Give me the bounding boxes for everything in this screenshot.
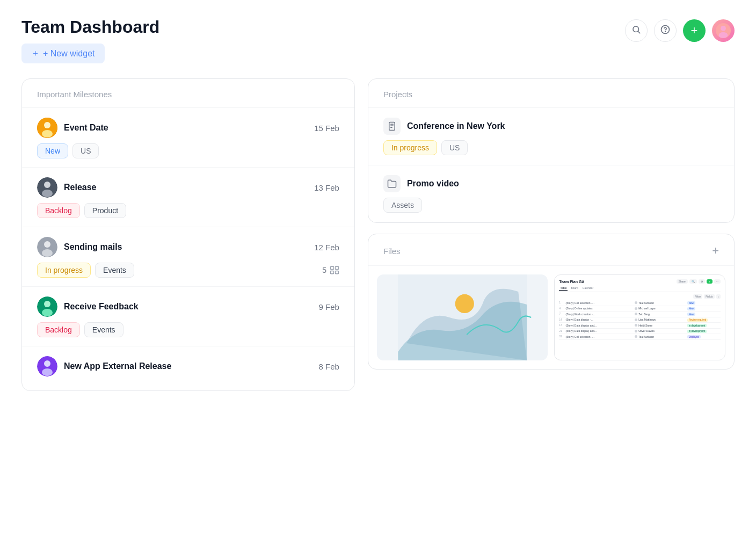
milestone-row-5: New App External Release 8 Feb xyxy=(22,346,354,390)
tag-us-p1: US xyxy=(441,140,468,155)
svg-point-5 xyxy=(721,26,726,31)
project-tags-2: Assets xyxy=(383,198,719,213)
search-icon xyxy=(631,25,641,37)
milestone-date-5: 8 Feb xyxy=(319,362,339,371)
svg-point-14 xyxy=(44,241,50,248)
milestone-avatar-4 xyxy=(37,296,57,317)
files-add-button[interactable]: + xyxy=(712,245,719,257)
milestone-avatar-1 xyxy=(37,118,57,138)
fields-btn: Fields xyxy=(704,294,714,299)
milestone-name-3: Sending mails xyxy=(64,242,122,252)
milestone-name-2: Release xyxy=(64,183,97,192)
subtask-number: 5 xyxy=(322,266,326,274)
search-action: 🔍 xyxy=(689,279,697,284)
project-top-2: Promo video xyxy=(383,175,719,192)
mini-filter-row: Filter Fields ↕ xyxy=(559,294,721,299)
milestone-tags-4: Backlog Events xyxy=(37,322,339,337)
milestone-row: Event Date 15 Feb New US xyxy=(22,108,354,168)
more-action: ··· xyxy=(714,279,721,284)
new-widget-label: + New widget xyxy=(43,49,95,59)
tag-events-3: Events xyxy=(95,263,134,278)
mini-table-row: 1 (Story) Cell selection -... Tea Karlss… xyxy=(559,300,721,306)
add-icon: + xyxy=(691,24,698,38)
svg-rect-19 xyxy=(335,271,338,274)
milestones-card: Important Milestones Event Date 15 Feb N… xyxy=(21,78,355,391)
mini-actions: Share 🔍 ⚙ + ··· xyxy=(677,279,721,284)
mini-table-row: 4 (Story) Online updates Michael Logan N… xyxy=(559,306,721,312)
tag-product-2: Product xyxy=(84,203,126,218)
svg-point-22 xyxy=(42,309,53,316)
milestone-date-2: 13 Feb xyxy=(314,183,339,192)
tag-inprogress-p1: In progress xyxy=(383,140,437,155)
svg-point-25 xyxy=(42,368,53,376)
mini-tab-calendar: Calendar xyxy=(581,286,594,291)
file-thumb-art[interactable] xyxy=(377,274,548,360)
plus-icon: ＋ xyxy=(31,48,40,59)
tag-backlog-4: Backlog xyxy=(37,322,80,337)
files-grid: Team Plan GA Share 🔍 ⚙ + ··· Table Board… xyxy=(368,266,734,369)
milestone-avatar-3 xyxy=(37,237,57,257)
help-button[interactable] xyxy=(654,19,677,42)
tag-us: US xyxy=(72,143,99,158)
milestone-top-4: Receive Feedback 9 Feb xyxy=(37,296,339,317)
milestone-tags-3: In progress Events xyxy=(37,263,134,278)
milestone-avatar-5 xyxy=(37,356,57,377)
search-button[interactable] xyxy=(625,19,648,42)
mini-tab-table: Table xyxy=(559,286,568,291)
files-header: Files + xyxy=(368,234,734,266)
svg-rect-17 xyxy=(335,266,338,269)
tag-inprogress-3: In progress xyxy=(37,263,91,278)
svg-point-6 xyxy=(719,32,728,38)
milestone-date-4: 9 Feb xyxy=(319,302,339,312)
svg-point-9 xyxy=(42,130,53,138)
svg-point-15 xyxy=(42,249,53,257)
project-top-1: Conference in New York xyxy=(383,118,719,135)
svg-point-31 xyxy=(455,294,474,313)
svg-point-8 xyxy=(44,122,50,128)
milestones-header: Important Milestones xyxy=(22,79,354,108)
file-thumb-table[interactable]: Team Plan GA Share 🔍 ⚙ + ··· Table Board… xyxy=(554,274,725,360)
mini-tab-board: Board xyxy=(570,286,579,291)
milestone-row-2: Release 13 Feb Backlog Product xyxy=(22,168,354,227)
filter-btn: Filter xyxy=(693,294,702,299)
milestone-left-4: Receive Feedback xyxy=(37,296,139,317)
header-right: + xyxy=(625,19,735,42)
mini-table: 1 (Story) Cell selection -... Tea Karlss… xyxy=(559,300,721,340)
milestone-name-1: Event Date xyxy=(64,123,108,133)
tag-new: New xyxy=(37,143,68,158)
milestone-left-2: Release xyxy=(37,177,97,198)
milestone-top-5: New App External Release 8 Feb xyxy=(37,356,339,377)
add-button[interactable]: + xyxy=(683,19,706,42)
help-icon xyxy=(660,25,670,37)
mini-table-row: 17 (Story) Data display and... Heidi Sto… xyxy=(559,323,721,329)
new-widget-button[interactable]: ＋ + New widget xyxy=(21,44,105,63)
project-tags-1: In progress US xyxy=(383,140,719,155)
projects-card: Projects Conference in New York In progr… xyxy=(368,78,735,223)
svg-rect-16 xyxy=(330,266,333,269)
milestone-top-1: Event Date 15 Feb xyxy=(37,118,339,138)
svg-point-12 xyxy=(42,190,53,197)
tag-events-4: Events xyxy=(84,322,123,337)
sort-btn: ↕ xyxy=(716,294,721,299)
milestone-avatar-2 xyxy=(37,177,57,198)
project-name-2: Promo video xyxy=(407,179,459,189)
milestone-left-1: Event Date xyxy=(37,118,108,138)
main-layout: Important Milestones Event Date 15 Feb N… xyxy=(21,78,735,391)
milestone-tags-2: Backlog Product xyxy=(37,203,339,218)
svg-rect-18 xyxy=(330,271,333,274)
green-action: + xyxy=(707,279,713,284)
mini-table-row: 31 (Story) Cell selection -... Tea Karls… xyxy=(559,334,721,340)
mini-table-row: 21 (Story) Data display and... Oliver Da… xyxy=(559,329,721,335)
svg-point-11 xyxy=(44,182,50,188)
user-avatar[interactable] xyxy=(712,19,735,42)
milestone-tags-1: New US xyxy=(37,143,339,158)
milestone-row-3: Sending mails 12 Feb In progress Events … xyxy=(22,227,354,287)
project-item-2: Promo video Assets xyxy=(368,165,734,222)
project-icon-1 xyxy=(383,118,401,135)
svg-point-21 xyxy=(44,301,50,307)
mini-table-header: Team Plan GA Share 🔍 ⚙ + ··· xyxy=(559,279,721,284)
settings-action: ⚙ xyxy=(699,279,705,284)
subtask-count-3: 5 xyxy=(322,265,339,275)
milestone-top-2: Release 13 Feb xyxy=(37,177,339,198)
milestone-left-3: Sending mails xyxy=(37,237,122,257)
